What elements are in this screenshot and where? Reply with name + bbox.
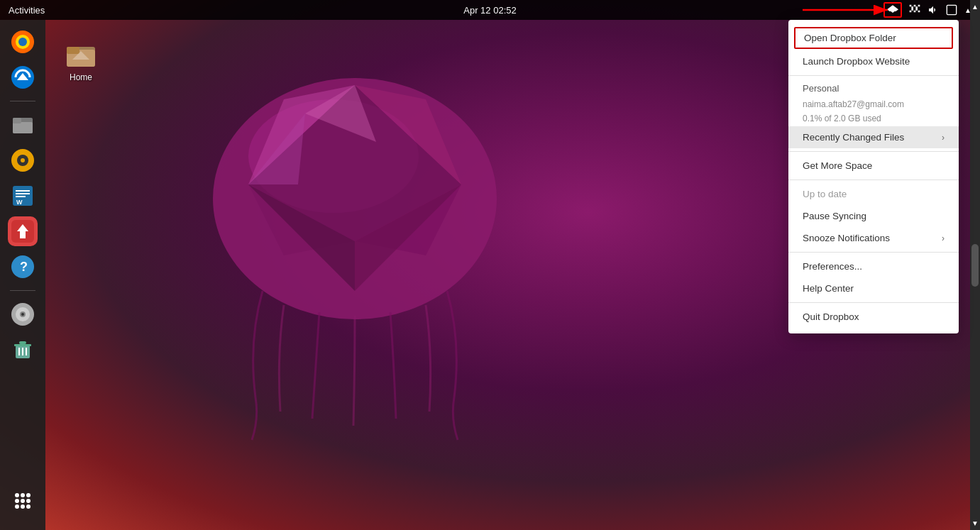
dropbox-context-menu: Open Dropbox Folder Launch Dropbox Websi… <box>788 20 959 333</box>
topbar-right-icons: ▲ <box>883 2 971 18</box>
svg-text:?: ? <box>20 260 28 274</box>
svg-point-36 <box>26 499 31 503</box>
svg-marker-46 <box>248 85 355 184</box>
menu-divider-2 <box>788 151 959 152</box>
dock-divider-1 <box>10 101 35 101</box>
svg-point-39 <box>26 504 31 509</box>
menu-divider-4 <box>788 252 959 253</box>
topbar: Activities Apr 12 02:52 <box>0 0 980 20</box>
snooze-chevron: › <box>942 233 945 243</box>
svg-marker-45 <box>248 85 461 241</box>
dock-item-help[interactable]: ? <box>8 252 38 282</box>
svg-point-43 <box>213 78 497 319</box>
svg-rect-15 <box>16 193 30 194</box>
svg-rect-0 <box>947 5 956 14</box>
svg-rect-26 <box>14 344 31 346</box>
svg-rect-8 <box>13 122 33 133</box>
svg-rect-16 <box>16 196 26 197</box>
svg-marker-53 <box>248 114 305 184</box>
dock-item-firefox[interactable] <box>8 27 38 57</box>
power-icon[interactable] <box>946 4 957 16</box>
home-folder-label: Home <box>70 72 92 82</box>
menu-item-quit-dropbox[interactable]: Quit Dropbox <box>788 306 959 328</box>
svg-point-38 <box>21 504 25 509</box>
svg-marker-50 <box>248 184 355 291</box>
dock-divider-2 <box>10 290 35 291</box>
svg-point-5 <box>18 38 27 46</box>
menu-item-up-to-date: Up to date <box>788 183 959 205</box>
app-dock: W ? <box>0 20 45 530</box>
svg-rect-14 <box>16 190 30 192</box>
menu-storage: 0.1% of 2.0 GB used <box>788 112 959 126</box>
activities-button[interactable]: Activities <box>9 5 45 16</box>
menu-item-snooze-notifications[interactable]: Snooze Notifications › <box>788 227 959 249</box>
dock-item-files[interactable] <box>8 110 38 140</box>
scrollbar-down[interactable]: ▼ <box>971 519 979 527</box>
svg-rect-9 <box>13 118 21 123</box>
scrollbar[interactable]: ▲ ▼ <box>970 0 980 530</box>
jellyfish-decoration <box>106 43 603 454</box>
svg-point-35 <box>21 499 25 503</box>
svg-point-44 <box>248 99 419 213</box>
svg-rect-42 <box>67 47 79 54</box>
svg-point-32 <box>21 493 25 497</box>
menu-item-open-folder[interactable]: Open Dropbox Folder <box>794 27 953 49</box>
menu-item-help-center[interactable]: Help Center <box>788 277 959 299</box>
desktop: Activities Apr 12 02:52 <box>0 0 980 530</box>
svg-point-34 <box>15 499 19 503</box>
svg-text:W: W <box>16 199 23 206</box>
menu-item-preferences[interactable]: Preferences... <box>788 255 959 277</box>
menu-item-launch-website[interactable]: Launch Dropbox Website <box>788 50 959 72</box>
topbar-datetime: Apr 12 02:52 <box>463 5 516 16</box>
network-icon[interactable] <box>909 4 920 16</box>
scrollbar-thumb[interactable] <box>971 244 979 287</box>
menu-item-pause-syncing[interactable]: Pause Syncing <box>788 205 959 227</box>
dock-item-app-grid[interactable] <box>8 486 38 516</box>
dock-item-trash[interactable] <box>8 335 38 365</box>
dock-item-optical-disc[interactable] <box>8 299 38 329</box>
svg-marker-48 <box>248 184 355 255</box>
recently-changed-chevron: › <box>942 133 945 143</box>
menu-divider-5 <box>788 302 959 303</box>
dock-item-rhythmbox[interactable] <box>8 145 38 175</box>
svg-marker-51 <box>355 184 461 291</box>
volume-icon[interactable] <box>927 4 939 16</box>
svg-marker-47 <box>355 85 461 184</box>
dock-item-writer[interactable]: W <box>8 181 38 211</box>
svg-point-37 <box>15 504 19 509</box>
dropbox-tray-icon[interactable] <box>883 2 902 18</box>
menu-divider-3 <box>788 180 959 180</box>
svg-marker-52 <box>305 85 376 142</box>
svg-marker-49 <box>355 184 461 255</box>
svg-point-12 <box>21 158 25 162</box>
svg-rect-27 <box>19 341 26 344</box>
scrollbar-up[interactable]: ▲ <box>971 3 979 11</box>
svg-point-24 <box>21 313 24 316</box>
menu-item-recently-changed[interactable]: Recently Changed Files › <box>788 126 959 148</box>
desktop-home-icon[interactable]: Home <box>64 35 98 82</box>
svg-point-33 <box>26 493 31 497</box>
home-folder-icon <box>64 35 98 70</box>
menu-email: naima.aftab27@gmail.com <box>788 98 959 112</box>
menu-divider-1 <box>788 75 959 76</box>
dock-item-app-center[interactable] <box>8 216 38 246</box>
menu-section-personal: Personal <box>788 79 959 98</box>
dock-item-thunderbird[interactable] <box>8 62 38 92</box>
svg-point-31 <box>15 493 19 497</box>
menu-item-get-more-space[interactable]: Get More Space <box>788 155 959 177</box>
